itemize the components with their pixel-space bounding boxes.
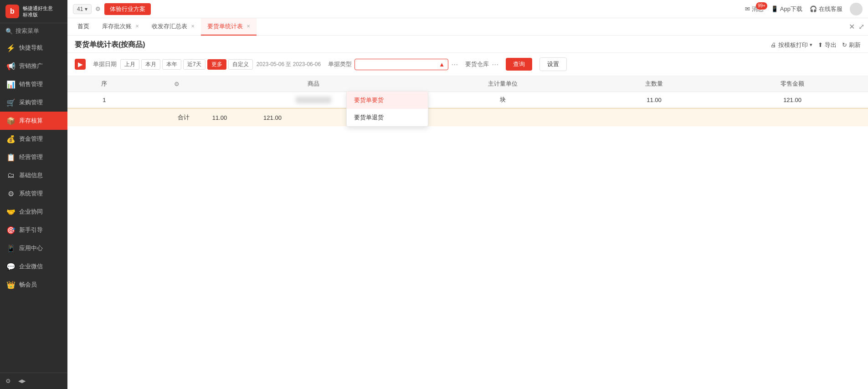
sidebar-item-newguide[interactable]: 🎯新手引导 — [0, 221, 67, 239]
cell-settings — [141, 92, 213, 108]
filter-bar: ▶ 单据日期 上月 本月 本年 近7天 更多 自定义 2023-05-06 至 … — [67, 53, 868, 76]
type-select[interactable] — [354, 59, 448, 70]
sidebar-search[interactable]: 🔍 搜索菜单 — [0, 23, 67, 39]
prev-month-btn[interactable]: 上月 — [120, 59, 139, 70]
cur-month-btn[interactable]: 本月 — [141, 59, 160, 70]
warehouse-dots[interactable]: ··· — [492, 60, 498, 69]
type-filter-group: 单据类型 ▲ ··· — [328, 59, 458, 70]
sidebar-item-purchase[interactable]: 🛒采购管理 — [0, 93, 67, 112]
export-icon: ⬆ — [818, 41, 823, 48]
logo-text: 畅捷通好生意 标准版 — [23, 5, 53, 18]
tab-summary[interactable]: 收发存汇总表✕ — [145, 18, 201, 36]
sidebar-item-shortcuts[interactable]: ⚡快捷导航 — [0, 39, 67, 57]
sidebar-item-wechat[interactable]: 💬企业微信 — [0, 257, 67, 276]
table-body: 1 ██████ ██ 块 11.00 121.00 — [67, 92, 868, 108]
cur-year-btn[interactable]: 本年 — [162, 59, 181, 70]
industry-btn[interactable]: 体验行业方案 — [104, 3, 151, 15]
warehouse-label: 要货仓库 — [465, 60, 489, 68]
newguide-icon: 🎯 — [6, 225, 15, 235]
tab-home[interactable]: 首页 — [71, 18, 96, 36]
footer-quantity: 11.00 — [197, 114, 242, 121]
tab-batch[interactable]: 库存批次账✕ — [96, 18, 145, 36]
set-btn[interactable]: 设置 — [539, 57, 567, 71]
collapse-icon[interactable]: ◀▶ — [18, 378, 26, 384]
page-title: 要货单统计表(按商品) — [75, 40, 145, 50]
dropdown-item-order-goods[interactable]: 要货单要货 — [347, 92, 428, 109]
refresh-icon: ↻ — [842, 41, 847, 48]
app-download-btn[interactable]: 📱 App下载 — [771, 5, 802, 13]
messages-btn[interactable]: ✉ 消息 99+ — [745, 5, 764, 13]
close-tab-batch-icon[interactable]: ✕ — [135, 24, 139, 29]
close-all-icon[interactable]: ✕ — [849, 22, 855, 31]
sidebar-item-system[interactable]: ⚙系统管理 — [0, 184, 67, 203]
page-header-actions: 🖨 按模板打印 ▾ ⬆ 导出 ↻ 刷新 — [770, 41, 861, 49]
table-wrap: 序 ⚙ 商品 主计量单位 主数量 零售金额 1 — [67, 76, 868, 108]
sales-icon: 📊 — [6, 80, 15, 89]
message-badge: 99+ — [756, 2, 767, 10]
filter-toggle-btn[interactable]: ▶ — [75, 59, 86, 70]
table-head: 序 ⚙ 商品 主计量单位 主数量 零售金额 — [67, 76, 868, 92]
sidebar-item-base[interactable]: 🗂基础信息 — [0, 166, 67, 184]
expand-icon[interactable]: ⤢ — [858, 22, 864, 31]
sidebar: b 畅捷通好生意 标准版 🔍 搜索菜单 ⚡快捷导航📢营销推广📊销售管理🛒采购管理… — [0, 0, 67, 389]
base-icon: 🗂 — [6, 171, 15, 180]
store-selector[interactable]: 41 ▾ — [73, 4, 92, 14]
avatar[interactable] — [850, 3, 863, 15]
search-icon: 🔍 — [5, 28, 13, 35]
table-footer: 合计 11.00 121.00 — [67, 108, 868, 126]
footer-label: 合计 — [73, 113, 190, 122]
sidebar-item-sales[interactable]: 📊销售管理 — [0, 75, 67, 93]
sidebar-item-inventory[interactable]: 📦库存核算 — [0, 112, 67, 130]
seven-days-btn[interactable]: 近7天 — [183, 59, 205, 70]
app-download-icon: 📱 — [771, 5, 778, 12]
query-btn[interactable]: 查询 — [506, 58, 532, 71]
sidebar-item-appcenter[interactable]: 📱应用中心 — [0, 239, 67, 257]
shortcuts-icon: ⚡ — [6, 43, 15, 52]
col-settings[interactable]: ⚙ — [141, 76, 213, 92]
finance-icon: 💰 — [6, 134, 15, 143]
col-unit: 主计量单位 — [414, 76, 591, 92]
filter-dots[interactable]: ··· — [451, 60, 458, 69]
marketing-icon: 📢 — [6, 61, 15, 71]
close-tab-summary-icon[interactable]: ✕ — [191, 24, 195, 29]
topbar: 41 ▾ ⚙ 体验行业方案 ✉ 消息 99+ 📱 App下载 🎧 在线客服 — [67, 0, 868, 18]
cell-unit: 块 — [414, 92, 591, 108]
data-table: 序 ⚙ 商品 主计量单位 主数量 零售金额 1 — [67, 76, 868, 108]
date-filter-group: 单据日期 上月 本月 本年 近7天 更多 自定义 2023-05-06 至 20… — [93, 59, 321, 70]
online-service-btn[interactable]: 🎧 在线客服 — [810, 5, 842, 13]
more-btn[interactable]: 更多 — [207, 59, 226, 70]
settings-icon[interactable]: ⚙ — [5, 378, 11, 384]
close-tab-order-summary-icon[interactable]: ✕ — [247, 24, 250, 29]
refresh-btn[interactable]: ↻ 刷新 — [842, 41, 861, 49]
settings-gear-icon[interactable]: ⚙ — [95, 5, 101, 12]
topbar-left: 41 ▾ ⚙ 体验行业方案 — [73, 3, 740, 15]
col-quantity: 主数量 — [591, 76, 717, 92]
sidebar-nav: ⚡快捷导航📢营销推广📊销售管理🛒采购管理📦库存核算💰资金管理📋经营管理🗂基础信息… — [0, 39, 67, 373]
wechat-icon: 💬 — [6, 262, 15, 271]
store-number: 41 — [77, 6, 83, 12]
type-label: 单据类型 — [328, 60, 352, 68]
enterprise-icon: 🤝 — [6, 207, 15, 216]
main-area: 41 ▾ ⚙ 体验行业方案 ✉ 消息 99+ 📱 App下载 🎧 在线客服 — [67, 0, 868, 389]
tabbar-end: ✕ ⤢ — [849, 22, 864, 31]
col-amount: 零售金额 — [717, 76, 868, 92]
tabbar: 首页库存批次账✕收发存汇总表✕要货单统计表✕ ✕ ⤢ — [67, 18, 868, 36]
sidebar-item-member[interactable]: 👑畅会员 — [0, 276, 67, 294]
tab-order-summary[interactable]: 要货单统计表✕ — [201, 18, 257, 36]
col-seq: 序 — [67, 76, 141, 92]
cell-seq: 1 — [67, 92, 141, 108]
appcenter-icon: 📱 — [6, 244, 15, 253]
page-header: 要货单统计表(按商品) 🖨 按模板打印 ▾ ⬆ 导出 ↻ 刷新 — [67, 36, 868, 53]
dropdown-item-order-return[interactable]: 要货单退货 — [347, 109, 428, 126]
sidebar-item-enterprise[interactable]: 🤝企业协同 — [0, 203, 67, 221]
custom-btn[interactable]: 自定义 — [228, 59, 253, 70]
print-btn[interactable]: 🖨 按模板打印 ▾ — [770, 41, 812, 49]
type-dropdown: 要货单要货 要货单退货 — [346, 91, 428, 127]
export-btn[interactable]: ⬆ 导出 — [818, 41, 837, 49]
table-row: 1 ██████ ██ 块 11.00 121.00 — [67, 92, 868, 108]
sidebar-item-finance[interactable]: 💰资金管理 — [0, 130, 67, 148]
date-range: 2023-05-06 至 2023-06-06 — [257, 61, 321, 68]
sidebar-item-operations[interactable]: 📋经营管理 — [0, 148, 67, 166]
sidebar-item-marketing[interactable]: 📢营销推广 — [0, 57, 67, 75]
message-icon: ✉ — [745, 5, 750, 12]
